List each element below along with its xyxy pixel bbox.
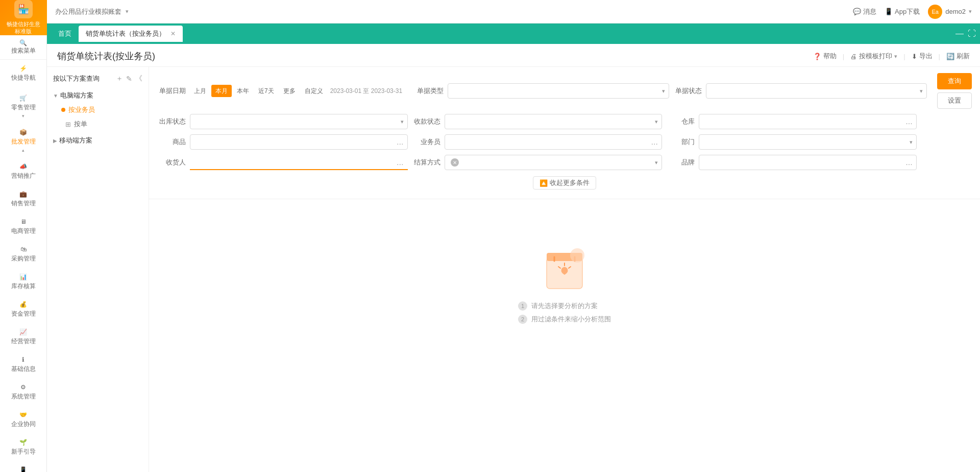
warehouse-dots[interactable]: … — [905, 117, 913, 126]
sidebar-item-newbie[interactable]: 🌱 新手引导 — [0, 434, 46, 461]
out-status-select[interactable] — [190, 114, 408, 129]
app-logo[interactable]: 🏪 畅捷信好生意 标准版 — [0, 0, 47, 35]
tab-home[interactable]: 首页 — [51, 26, 79, 42]
settle-select[interactable] — [445, 155, 663, 170]
help-icon: ❓ — [813, 53, 821, 60]
logo-icon: 🏪 — [14, 0, 33, 18]
settings-button[interactable]: 设置 — [937, 92, 972, 109]
sidebar-item-retail[interactable]: 🛒 零售管理 ▾ — [0, 89, 46, 124]
logo-text: 畅捷信好生意 标准版 — [7, 20, 40, 35]
doc-status-wrap: ▾ — [706, 83, 927, 99]
scheme-item-salesman[interactable]: 按业务员 — [47, 103, 149, 117]
scheme-panel-icons: ＋ ✎ 《 — [116, 74, 142, 83]
salesman-dots[interactable]: … — [651, 138, 658, 146]
sidebar-item-finance[interactable]: 💰 资金管理 — [0, 296, 46, 323]
order-icon: ⊞ — [65, 121, 71, 128]
message-icon: 💬 — [853, 8, 861, 15]
tab-maximize-icon[interactable]: ⛶ — [968, 29, 976, 38]
sidebar-item-coop[interactable]: 🤝 企业协同 — [0, 406, 46, 434]
filter-content-area: 单据日期 上月 本月 本年 近7天 更多 自定义 2023-03-01 至 20… — [149, 67, 980, 472]
active-dot — [61, 108, 65, 112]
filter-row-1: 单据日期 上月 本月 本年 近7天 更多 自定义 2023-03-01 至 20… — [157, 73, 972, 109]
goods-dots[interactable]: … — [397, 138, 404, 146]
export-button[interactable]: ⬇ 导出 — [912, 52, 933, 61]
date-btn-7days[interactable]: 近7天 — [254, 85, 278, 97]
user-menu[interactable]: Ea demo2 ▾ — [928, 5, 972, 19]
finance-icon: 💰 — [19, 301, 27, 308]
goods-input[interactable] — [190, 134, 408, 150]
sidebar-item-purchase[interactable]: 🛍 采购管理 — [0, 241, 46, 268]
settle-selected-tag: ✕ — [449, 158, 459, 167]
tab-minimize-icon[interactable]: — — [955, 29, 964, 38]
scheme-panel: 按以下方案查询 ＋ ✎ 《 ▼ 电脑端方案 — [47, 67, 149, 472]
chevron-down-icon: ▾ — [22, 113, 24, 119]
refresh-button[interactable]: 🔄 刷新 — [946, 52, 970, 61]
warehouse-input[interactable] — [699, 114, 917, 129]
page-title-bar: 销货单统计表(按业务员) ❓ 帮助 | 🖨 按模板打印 ▾ | — [47, 44, 980, 67]
operation-icon: 📈 — [19, 328, 27, 336]
scheme-group-mobile: ▶ 移动端方案 — [47, 133, 149, 148]
sidebar-item-operation[interactable]: 📈 经营管理 — [0, 323, 46, 351]
scheme-item-order[interactable]: ⊞ 按单 — [47, 117, 149, 131]
search-menu[interactable]: 🔍 搜索菜单 — [0, 35, 46, 60]
sidebar-item-wholesale[interactable]: 📦 批发管理 ▴ — [0, 124, 46, 158]
filter-section: 单据日期 上月 本月 本年 近7天 更多 自定义 2023-03-01 至 20… — [149, 67, 980, 199]
query-button[interactable]: 查询 — [937, 73, 972, 89]
sidebar-item-system[interactable]: ⚙ 系统管理 — [0, 379, 46, 406]
scheme-edit-icon[interactable]: ✎ — [126, 75, 132, 83]
group-expand-icon: ▼ — [53, 93, 58, 99]
ecommerce-icon: 🖥 — [20, 218, 27, 225]
filter-field-settle: 结算方式 ✕ ▾ — [412, 155, 663, 170]
consignee-dots[interactable]: … — [397, 158, 404, 167]
query-actions: 查询 设置 — [931, 73, 972, 109]
consignee-input[interactable] — [190, 155, 408, 170]
tab-sales-stat[interactable]: 销货单统计表（按业务员） ✕ — [79, 26, 183, 42]
sidebar-item-basic[interactable]: ℹ 基础信息 — [0, 351, 46, 379]
date-btn-this-year[interactable]: 本年 — [233, 85, 253, 97]
settle-clear-icon[interactable]: ✕ — [451, 158, 459, 167]
print-icon: 🖨 — [850, 53, 857, 60]
date-btn-custom[interactable]: 自定义 — [301, 85, 327, 97]
sidebar-item-sales[interactable]: 💼 销售管理 — [0, 185, 46, 213]
scheme-group-desktop-title[interactable]: ▼ 电脑端方案 — [47, 88, 149, 103]
scheme-panel-header: 按以下方案查询 ＋ ✎ 《 — [47, 71, 149, 86]
app-download-action[interactable]: 📱 App下载 — [885, 7, 920, 16]
sidebar-item-appstore[interactable]: 📱 应用中心 — [0, 461, 46, 472]
scheme-collapse-icon[interactable]: 《 — [135, 74, 142, 83]
sidebar-item-ecommerce[interactable]: 🖥 电商管理 — [0, 213, 46, 241]
collapse-button[interactable]: 🔼 收起更多条件 — [533, 176, 596, 190]
filter-field-warehouse: 仓库 … — [666, 114, 917, 129]
filter-row-2: 出库状态 ▾ 收款状态 — [157, 114, 972, 129]
filter-field-date: 单据日期 上月 本月 本年 近7天 更多 自定义 2023-03-01 至 20… — [157, 85, 411, 97]
collect-status-select[interactable] — [445, 114, 663, 129]
filter-field-brand: 品牌 … — [666, 155, 917, 170]
date-btn-more[interactable]: 更多 — [279, 85, 300, 97]
sidebar-item-marketing[interactable]: 📣 营销推广 — [0, 158, 46, 185]
doc-type-select[interactable] — [448, 83, 669, 99]
brand-input[interactable] — [699, 155, 917, 170]
scheme-group-mobile-title[interactable]: ▶ 移动端方案 — [47, 133, 149, 148]
message-action[interactable]: 💬 消息 — [853, 7, 876, 16]
breadcrumb-dropdown-icon[interactable]: ▾ — [126, 8, 129, 15]
header-breadcrumb-area: 办公用品行业模拟账套 ▾ — [55, 7, 129, 16]
out-status-wrap: ▾ — [190, 114, 408, 129]
marketing-icon: 📣 — [19, 163, 27, 170]
doc-status-select[interactable] — [706, 83, 927, 99]
brand-dots[interactable]: … — [905, 158, 913, 167]
filter-field-goods: 商品 … — [157, 134, 408, 150]
help-button[interactable]: ❓ 帮助 — [813, 52, 837, 61]
scheme-add-icon[interactable]: ＋ — [116, 74, 123, 83]
date-btn-last-month[interactable]: 上月 — [190, 85, 210, 97]
salesman-input[interactable] — [445, 134, 663, 150]
template-print-button[interactable]: 🖨 按模板打印 ▾ — [850, 52, 897, 61]
tab-close-icon[interactable]: ✕ — [170, 30, 176, 37]
empty-state-icon — [534, 240, 595, 291]
sidebar-item-quicknav[interactable]: ⚡ 快捷导航 — [0, 60, 46, 87]
dept-select[interactable] — [699, 134, 917, 150]
system-icon: ⚙ — [20, 384, 26, 391]
sidebar-item-inventory[interactable]: 📊 库存核算 — [0, 268, 46, 296]
page-actions: ❓ 帮助 | 🖨 按模板打印 ▾ | ⬇ 导出 — [813, 52, 970, 61]
date-btn-this-month[interactable]: 本月 — [211, 85, 232, 97]
filter-field-collect-status: 收款状态 ▾ — [412, 114, 663, 129]
top-header: 办公用品行业模拟账套 ▾ 💬 消息 📱 App下载 Ea demo2 ▾ — [47, 0, 980, 23]
